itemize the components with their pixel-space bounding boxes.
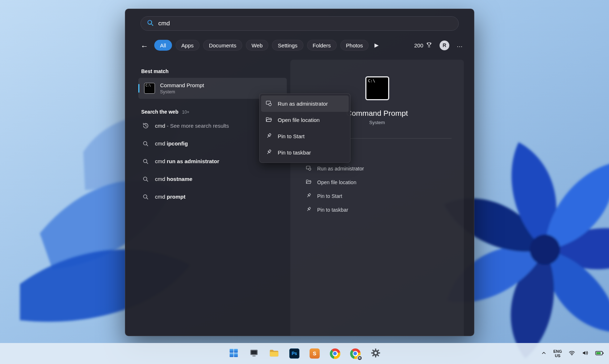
- suggestion-text: cmd run as administrator: [155, 158, 219, 164]
- web-suggestion[interactable]: cmd hostname: [138, 170, 287, 188]
- folder-icon: [269, 348, 279, 359]
- language-indicator[interactable]: ENG US: [552, 346, 563, 361]
- history-icon: [142, 122, 149, 129]
- suggestion-text: cmd prompt: [155, 194, 185, 200]
- menu-item-pin-to-taskbar[interactable]: Pin to taskbar: [261, 144, 349, 161]
- best-match-heading: Best match: [141, 68, 287, 74]
- start-button[interactable]: [226, 346, 242, 361]
- menu-item-pin-to-start[interactable]: Pin to Start: [261, 128, 349, 144]
- photoshop-button[interactable]: Ps: [286, 346, 302, 361]
- preview-action-run-as-admin[interactable]: Run as administrator: [303, 162, 452, 175]
- language-line2: US: [555, 354, 560, 358]
- taskbar-icons: Ps S R: [226, 343, 383, 364]
- more-options-icon[interactable]: …: [457, 42, 463, 49]
- search-icon: [142, 194, 149, 200]
- admin-shield-icon: [265, 100, 272, 108]
- best-match-title: Command Prompt: [160, 82, 204, 88]
- settings-gear-icon: [371, 348, 381, 359]
- rewards-points-value: 200: [414, 42, 423, 48]
- folder-open-icon: [306, 179, 312, 186]
- tab-settings[interactable]: Settings: [272, 40, 303, 51]
- battery-button[interactable]: [594, 346, 605, 361]
- preview-action-open-file-location[interactable]: Open file location: [303, 175, 452, 189]
- tab-web[interactable]: Web: [246, 40, 269, 51]
- tab-all[interactable]: All: [154, 40, 172, 51]
- monitor-app-button[interactable]: [246, 346, 262, 361]
- chrome-profile-badge: R: [357, 355, 362, 361]
- preview-actions: Run as administrator Open file location: [290, 162, 464, 217]
- web-results-count: 10+: [182, 110, 189, 115]
- windows-logo-icon: [229, 348, 239, 359]
- admin-shield-icon: [306, 165, 312, 172]
- more-filters-icon[interactable]: ▶: [374, 42, 379, 48]
- tab-documents[interactable]: Documents: [203, 40, 242, 51]
- search-input[interactable]: [158, 20, 453, 27]
- suggestion-text: cmd - See more search results: [155, 123, 229, 129]
- preview-action-pin-to-taskbar[interactable]: Pin to taskbar: [303, 203, 452, 217]
- search-icon: [142, 158, 149, 165]
- taskbar: Ps S R: [0, 343, 609, 364]
- pin-icon: [265, 132, 272, 140]
- search-icon: [142, 176, 149, 182]
- volume-button[interactable]: [580, 346, 590, 361]
- chrome-icon: [330, 348, 340, 359]
- language-line1: ENG: [553, 349, 562, 354]
- web-suggestion[interactable]: cmd prompt: [138, 188, 287, 206]
- account-avatar[interactable]: R: [440, 41, 449, 50]
- search-box[interactable]: [140, 16, 459, 31]
- settings-button[interactable]: [368, 346, 383, 361]
- command-prompt-icon-large: C:\: [365, 76, 389, 100]
- pin-icon: [306, 192, 312, 200]
- orange-app-icon: S: [310, 348, 320, 359]
- preview-action-pin-to-start[interactable]: Pin to Start: [303, 189, 452, 203]
- search-icon: [147, 19, 154, 28]
- folder-open-icon: [265, 116, 272, 124]
- rewards-points[interactable]: 200: [414, 42, 432, 49]
- file-explorer-button[interactable]: [266, 346, 282, 361]
- battery-icon: [595, 351, 604, 357]
- desktop: ← All Apps Documents Web Settings Folder…: [0, 0, 609, 364]
- best-match-subtitle: System: [160, 89, 204, 94]
- search-icon: [142, 140, 149, 147]
- speaker-icon: [582, 350, 589, 357]
- command-prompt-icon: C:\: [144, 83, 155, 94]
- chrome-profile-button[interactable]: R: [347, 346, 363, 361]
- pin-icon: [306, 206, 312, 213]
- suggestion-text: cmd hostname: [155, 176, 192, 182]
- tab-photos[interactable]: Photos: [340, 40, 369, 51]
- orange-app-button[interactable]: S: [307, 346, 323, 361]
- chrome-button[interactable]: [327, 346, 343, 361]
- menu-item-open-file-location[interactable]: Open file location: [261, 112, 349, 128]
- wifi-icon: [568, 350, 575, 357]
- photoshop-icon: Ps: [289, 348, 299, 359]
- rewards-trophy-icon: [426, 42, 432, 49]
- chevron-up-icon: [541, 350, 547, 357]
- tray-overflow-button[interactable]: [539, 346, 548, 361]
- back-button[interactable]: ←: [138, 39, 151, 51]
- pin-icon: [265, 149, 272, 157]
- search-flyout: ← All Apps Documents Web Settings Folder…: [125, 9, 474, 336]
- monitor-icon: [249, 348, 259, 359]
- tab-apps[interactable]: Apps: [176, 40, 200, 51]
- system-tray: ENG US: [539, 343, 605, 364]
- suggestion-text: cmd ipconfig: [155, 140, 188, 147]
- filter-tabs-row: ← All Apps Documents Web Settings Folder…: [138, 39, 463, 52]
- network-button[interactable]: [567, 346, 577, 361]
- menu-item-run-as-admin[interactable]: Run as administrator: [261, 96, 349, 112]
- context-menu: Run as administrator Open file location: [259, 93, 350, 163]
- tab-folders[interactable]: Folders: [307, 40, 337, 51]
